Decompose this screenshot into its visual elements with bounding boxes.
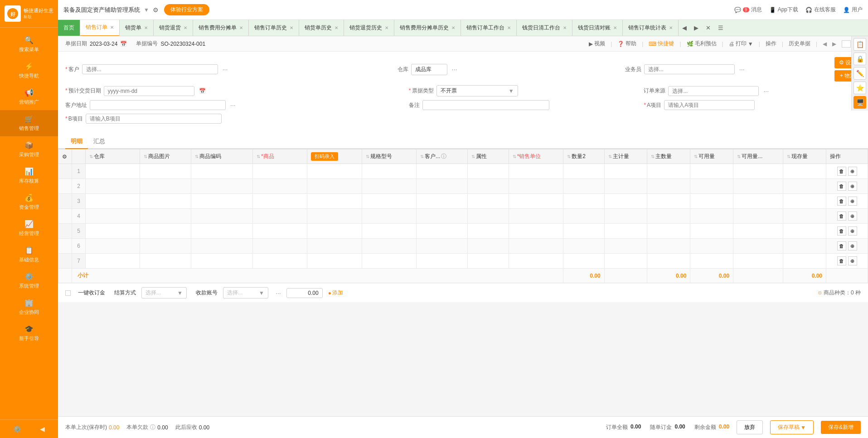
row-image-2[interactable]	[140, 179, 191, 194]
row-code-6[interactable]	[191, 239, 253, 254]
th-attr[interactable]: ⇅属性	[468, 149, 509, 164]
order-source-dots[interactable]: ···	[763, 87, 769, 95]
preview-btn[interactable]: ▶ 视频	[589, 40, 605, 48]
row-warehouse-2[interactable]	[86, 179, 140, 194]
row-stock-7[interactable]	[783, 254, 826, 269]
customer-address-input[interactable]	[90, 100, 226, 110]
row-attr-4[interactable]	[468, 209, 509, 224]
sidebar-item-base-info[interactable]: 📋 基础信息	[0, 241, 58, 268]
row-qty2-4[interactable]	[563, 209, 604, 224]
row-code-4[interactable]	[191, 209, 253, 224]
row-attr-7[interactable]	[468, 254, 509, 269]
sidebar-item-guide[interactable]: 🎓 新手引导	[0, 320, 58, 347]
row-qty2-1[interactable]	[563, 164, 604, 179]
row-code-5[interactable]	[191, 224, 253, 239]
discard-button[interactable]: 放弃	[737, 420, 763, 434]
tab-cash-workbench[interactable]: 钱货日清工作台 ✕	[517, 20, 572, 36]
row-code-2[interactable]	[191, 179, 253, 194]
receive-account-dots[interactable]: ···	[276, 289, 281, 297]
th-customer-code[interactable]: ⇅客户...ⓘ	[417, 149, 468, 164]
save-draft-button[interactable]: 保存草稿 ▼	[770, 420, 814, 434]
sidebar-item-inventory[interactable]: 📊 库存核算	[0, 163, 58, 189]
row-warehouse-3[interactable]	[86, 194, 140, 209]
row-stock-2[interactable]	[783, 179, 826, 194]
sidebar-item-search[interactable]: 🔍 搜索菜单	[0, 31, 58, 58]
invoice-type-select[interactable]: 不开票 ▼	[436, 85, 518, 96]
row-main-unit-4[interactable]	[604, 209, 647, 224]
tab-close-sales-order[interactable]: ✕	[110, 25, 114, 30]
detail-tab-hui[interactable]: 汇总	[88, 135, 111, 148]
tab-close-sales-order-history[interactable]: ✕	[290, 25, 293, 30]
row-delete-3[interactable]: 🗑	[837, 197, 846, 206]
row-copy-2[interactable]: ⊕	[848, 182, 857, 191]
row-attr-6[interactable]	[468, 239, 509, 254]
print-dropdown-icon[interactable]: ▼	[748, 41, 753, 47]
tab-close-sales-slip[interactable]: ✕	[144, 25, 148, 30]
tab-cash-reconcile[interactable]: 钱货日清对账 ✕	[572, 20, 623, 36]
row-main-unit-6[interactable]	[604, 239, 647, 254]
customer-address-dots[interactable]: ···	[230, 101, 236, 109]
row-main-unit-2[interactable]	[604, 179, 647, 194]
row-available-6[interactable]	[690, 239, 733, 254]
row-attr-3[interactable]	[468, 194, 509, 209]
th-main-unit[interactable]: ⇅主计量	[604, 149, 647, 164]
row-qty2-7[interactable]	[563, 254, 604, 269]
add-payment-btn[interactable]: ● 添加	[328, 289, 343, 297]
receive-account-select[interactable]: 选择... ▼	[223, 287, 268, 298]
tab-sales-order-history[interactable]: 销售订单历史 ✕	[249, 20, 299, 36]
row-customer-code-3[interactable]	[417, 194, 468, 209]
print-btn[interactable]: 🖨 打印 ▼	[729, 40, 753, 48]
tab-close-sales-workbench[interactable]: ✕	[507, 25, 511, 30]
th-available[interactable]: ⇅可用量	[690, 149, 733, 164]
right-panel-btn-1[interactable]: 📋	[853, 38, 866, 51]
row-spec-5[interactable]	[362, 224, 416, 239]
warehouse-value[interactable]: 成品库	[411, 64, 447, 75]
sidebar-item-sales[interactable]: 🛒 销售管理	[0, 110, 58, 136]
tab-close-sales-expense-history[interactable]: ✕	[451, 25, 455, 30]
row-image-3[interactable]	[140, 194, 191, 209]
delivery-date-input[interactable]	[104, 86, 194, 96]
nav-prev-btn[interactable]: ◀	[823, 41, 827, 47]
sidebar-item-system[interactable]: ⚙️ 系统管理	[0, 268, 58, 294]
th-unit[interactable]: ⇅*销售单位	[509, 149, 563, 164]
tab-sales-return-history[interactable]: 销货退货历史 ✕	[344, 20, 394, 36]
save-new-button[interactable]: 保存&新增	[821, 421, 861, 434]
row-main-qty-6[interactable]	[647, 239, 690, 254]
row-delete-6[interactable]: 🗑	[837, 241, 846, 250]
row-spec-4[interactable]	[362, 209, 416, 224]
row-available-7[interactable]	[690, 254, 733, 269]
settings-bottom-icon[interactable]: ⚙️	[13, 425, 21, 433]
row-spec-1[interactable]	[362, 164, 416, 179]
message-icon-item[interactable]: 💬 9 消息	[734, 6, 762, 14]
app-download-item[interactable]: 📱 App下载	[769, 6, 798, 14]
row-attr-2[interactable]	[468, 179, 509, 194]
row-qty2-3[interactable]	[563, 194, 604, 209]
tab-sales-return[interactable]: 销货退货 ✕	[154, 20, 193, 36]
th-qty2[interactable]: ⇅数量2	[563, 149, 604, 164]
industry-btn[interactable]: 体验行业方案	[164, 4, 209, 15]
row-warehouse-5[interactable]	[86, 224, 140, 239]
column-settings-icon[interactable]: ⚙	[62, 154, 67, 160]
row-main-qty-1[interactable]	[647, 164, 690, 179]
row-copy-4[interactable]: ⊕	[848, 212, 857, 221]
tab-sales-slip-history[interactable]: 销货单历史 ✕	[299, 20, 344, 36]
row-available-1[interactable]	[690, 164, 733, 179]
row-attr-5[interactable]	[468, 224, 509, 239]
payment-amount-input[interactable]	[286, 288, 323, 298]
row-product-4[interactable]	[252, 209, 307, 224]
row-image-7[interactable]	[140, 254, 191, 269]
tab-close-cash-reconcile[interactable]: ✕	[613, 25, 617, 30]
row-warehouse-1[interactable]	[86, 164, 140, 179]
tab-close-all-btn[interactable]: ✕	[702, 20, 714, 36]
tab-close-cash-workbench[interactable]: ✕	[563, 25, 567, 30]
tab-sales-order[interactable]: 销售订单 ✕	[80, 20, 120, 36]
remark-input[interactable]	[422, 100, 549, 110]
row-available-5[interactable]	[690, 224, 733, 239]
row-unit-7[interactable]	[509, 254, 563, 269]
tab-sales-expense[interactable]: 销售费用分摊单 ✕	[193, 20, 249, 36]
row-main-qty-5[interactable]	[647, 224, 690, 239]
row-unit-4[interactable]	[509, 209, 563, 224]
row-customer-code-1[interactable]	[417, 164, 468, 179]
sidebar-item-marketing[interactable]: 📢 营销推广	[0, 84, 58, 110]
row-image-1[interactable]	[140, 164, 191, 179]
